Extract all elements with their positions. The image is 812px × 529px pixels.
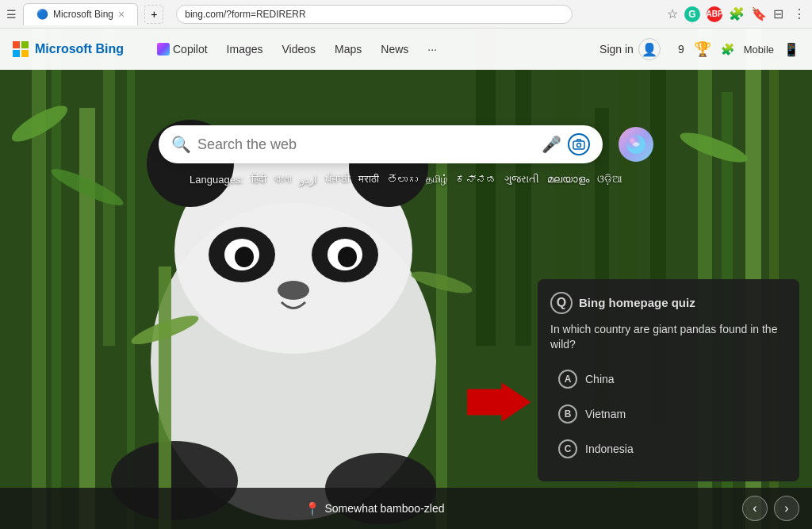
bookmark-star-icon[interactable]: ☆ — [667, 6, 678, 21]
new-tab-button[interactable]: + — [144, 5, 163, 24]
address-text: bing.com/?form=REDIRERR — [185, 9, 305, 20]
lang-marathi[interactable]: मराठी — [358, 173, 379, 186]
bing-logo-text: Microsoft Bing — [35, 42, 124, 56]
nav-images[interactable]: Images — [219, 38, 271, 60]
lang-malayalam[interactable]: മലയാളം — [547, 173, 589, 186]
nav-news-label: News — [381, 43, 408, 56]
quiz-title: Bing homepage quiz — [579, 296, 695, 309]
quiz-title-row: Q Bing homepage quiz — [550, 292, 787, 314]
nav-arrows: ‹ › — [742, 496, 799, 521]
nav-maps[interactable]: Maps — [327, 38, 370, 60]
next-icon: › — [784, 501, 788, 516]
prev-icon: ‹ — [753, 501, 756, 516]
location-pin-icon: 📍 — [304, 501, 320, 516]
lang-tamil[interactable]: தமிழ் — [426, 173, 448, 186]
user-avatar-icon: 👤 — [638, 38, 661, 60]
search-area: 🔍 🎤 — [0, 70, 812, 186]
lang-gujarati[interactable]: ગુજરાતી — [504, 173, 539, 186]
next-image-button[interactable]: › — [774, 496, 799, 521]
lang-bangla[interactable]: বাংলা — [274, 173, 292, 186]
option-a-text: China — [585, 373, 615, 385]
quiz-panel: Q Bing homepage quiz In which country ar… — [538, 279, 799, 481]
quiz-icon-letter: Q — [557, 296, 566, 310]
quiz-question: In which country are giant pandas found … — [550, 322, 787, 353]
reward-count[interactable]: 9 — [678, 43, 684, 56]
browser-menu-icon[interactable]: ☰ — [6, 8, 17, 21]
browser-action-icons: ☆ G ABP 🧩 🔖 ⊟ ⋮ — [667, 6, 806, 22]
lang-odia[interactable]: ଓଡ଼ିଆ — [597, 173, 622, 186]
option-b-circle: B — [558, 404, 577, 424]
option-c-letter: C — [565, 443, 572, 454]
nav-copilot-label: Copilot — [173, 43, 208, 56]
copilot-multicolor-icon — [626, 134, 646, 155]
collection-icon[interactable]: 🔖 — [751, 6, 767, 21]
address-bar[interactable]: bing.com/?form=REDIRERR — [176, 5, 573, 24]
extension-icon[interactable]: 🧩 — [729, 6, 745, 21]
option-c-text: Indonesia — [585, 443, 634, 455]
search-input[interactable] — [197, 136, 535, 153]
nav-maps-label: Maps — [335, 43, 362, 56]
tab-favicon: 🔵 — [36, 9, 48, 20]
svg-point-22 — [338, 247, 357, 267]
browser-tab[interactable]: 🔵 Microsoft Bing × — [23, 3, 138, 25]
search-magnifier-icon: 🔍 — [171, 135, 191, 154]
navbar: Microsoft Bing Copilot Images Videos Map… — [0, 29, 812, 70]
location-text: Somewhat bamboo-zled — [325, 502, 445, 515]
mobile-label: Mobile — [744, 44, 774, 56]
logo-area: Microsoft Bing — [13, 41, 124, 57]
nav-more[interactable]: ··· — [419, 38, 445, 60]
camera-icon — [573, 138, 585, 151]
extension-puzzle-icon[interactable]: 🧩 — [721, 43, 734, 56]
lang-hindi[interactable]: हिंदी — [251, 173, 266, 186]
phone-icon[interactable]: 📱 — [783, 42, 799, 57]
microsoft-logo — [13, 41, 29, 57]
lang-punjabi[interactable]: ਪੰਜਾਬੀ — [325, 173, 350, 186]
quiz-option-b[interactable]: B Vietnam — [550, 399, 787, 429]
svg-point-23 — [278, 281, 309, 300]
quiz-pointer-arrow — [467, 382, 530, 422]
browser-window-controls: ☰ — [6, 8, 17, 21]
nav-videos[interactable]: Videos — [274, 38, 324, 60]
copilot-circle-button[interactable] — [619, 127, 653, 162]
svg-rect-36 — [573, 141, 584, 149]
browser-chrome: ☰ 🔵 Microsoft Bing × + bing.com/?form=RE… — [0, 0, 812, 29]
tab-title: Microsoft Bing — [53, 9, 113, 20]
copilot-icon — [157, 43, 170, 56]
svg-point-37 — [577, 144, 581, 148]
prev-image-button[interactable]: ‹ — [742, 496, 768, 521]
lang-telugu[interactable]: తెలుగు — [387, 174, 418, 186]
sign-in-label: Sign in — [599, 43, 634, 56]
lang-urdu[interactable]: اردو — [300, 174, 317, 186]
nav-images-label: Images — [227, 43, 263, 56]
option-b-text: Vietnam — [585, 408, 626, 420]
mic-icon[interactable]: 🎤 — [542, 135, 561, 154]
nav-more-label: ··· — [427, 43, 437, 56]
tab-close-icon[interactable]: × — [118, 8, 124, 21]
option-c-circle: C — [558, 439, 577, 458]
main-nav: Copilot Images Videos Maps News ··· — [149, 38, 445, 60]
nav-copilot[interactable]: Copilot — [149, 38, 216, 60]
adblock-icon[interactable]: ABP — [707, 6, 722, 22]
grammarly-icon[interactable]: G — [684, 6, 700, 22]
sign-in-button[interactable]: Sign in 👤 — [592, 33, 668, 65]
languages-label: Languages: — [190, 174, 243, 186]
nav-news[interactable]: News — [373, 38, 416, 60]
languages-row: Languages: हिंदी বাংলা اردو ਪੰਜਾਬੀ मराठी… — [190, 173, 622, 186]
location-info: 📍 Somewhat bamboo-zled — [304, 501, 445, 516]
option-b-letter: B — [565, 408, 572, 420]
option-a-letter: A — [565, 374, 572, 385]
nav-videos-label: Videos — [282, 43, 316, 56]
visual-search-button[interactable] — [568, 133, 590, 155]
splitview-icon[interactable]: ⊟ — [773, 6, 783, 21]
option-a-circle: A — [558, 370, 577, 389]
lang-kannada[interactable]: ಕನ್ನಡ — [456, 174, 496, 186]
search-row: 🔍 🎤 — [159, 125, 653, 163]
quiz-option-a[interactable]: A China — [550, 364, 787, 394]
page-content: Microsoft Bing Copilot Images Videos Map… — [0, 29, 812, 529]
browser-more-icon[interactable]: ⋮ — [793, 6, 806, 21]
svg-rect-27 — [436, 148, 447, 529]
quiz-option-c[interactable]: C Indonesia — [550, 434, 787, 464]
trophy-icon[interactable]: 🏆 — [694, 40, 711, 58]
search-box[interactable]: 🔍 🎤 — [159, 125, 603, 163]
svg-marker-40 — [467, 383, 530, 421]
